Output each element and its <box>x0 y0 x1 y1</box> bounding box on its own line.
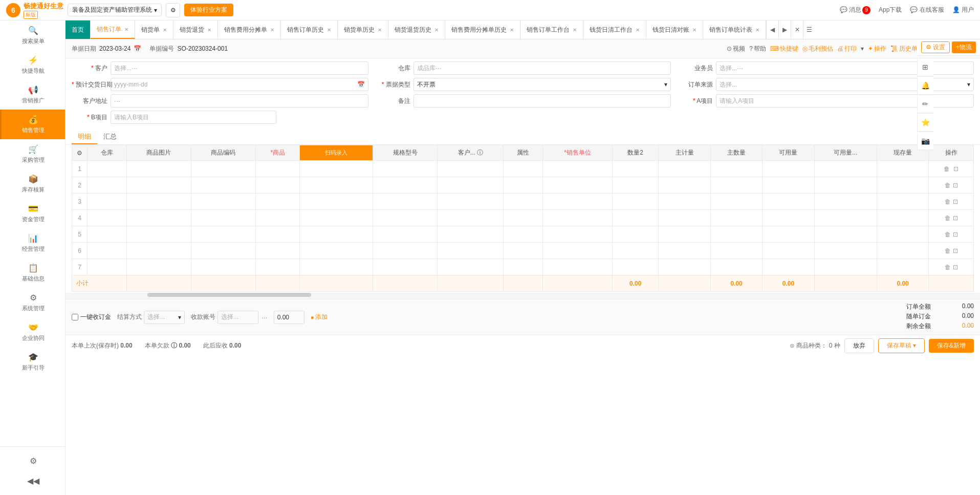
help-btn[interactable]: ? 帮助 <box>749 45 766 53</box>
row4-delete-icon[interactable]: 🗑 <box>945 214 951 222</box>
th-main-unit[interactable]: 主计量 <box>659 145 710 161</box>
scan-btn[interactable]: 扫码录入 <box>322 148 351 158</box>
th-product-name[interactable]: *商品 <box>256 145 300 161</box>
payment-dropdown-icon[interactable]: ▾ <box>178 314 181 321</box>
th-available-qty2[interactable]: 可用量... <box>814 145 877 161</box>
row1-qty2[interactable] <box>613 161 659 177</box>
sidebar-item-quicknav[interactable]: ⚡ 快捷导航 <box>0 50 65 80</box>
save-draft-dropdown-icon[interactable]: ▾ <box>913 342 916 349</box>
account-expand-icon[interactable]: ··· <box>262 313 268 321</box>
tab-sales-order-close-icon[interactable]: ✕ <box>124 27 128 32</box>
row1-delete-icon[interactable]: 🗑 <box>944 165 950 173</box>
tab-reconcile-close-icon[interactable]: ✕ <box>692 27 696 33</box>
row1-customer-code[interactable] <box>438 161 504 177</box>
row1-spec[interactable] <box>373 161 438 177</box>
tab-stats-close-icon[interactable]: ✕ <box>755 27 759 33</box>
staff-expand-icon[interactable]: ··· <box>737 64 743 72</box>
video-btn[interactable]: ⊙ 视频 <box>727 45 745 53</box>
row1-available-qty[interactable] <box>763 161 814 177</box>
th-available-qty[interactable]: 可用量 <box>763 145 814 161</box>
tab-home[interactable]: 首页 <box>66 20 91 39</box>
tab-sales-return-close-icon[interactable]: ✕ <box>207 27 211 33</box>
online-service-link[interactable]: 💬 在线客服 <box>910 6 944 14</box>
industry-solution-button[interactable]: 体验行业方案 <box>184 4 233 16</box>
payment-amount-input[interactable]: 0.00 <box>274 311 304 324</box>
date-value[interactable]: 2023-03-24 <box>99 45 130 52</box>
tab-daily-workbench-close-icon[interactable]: ✕ <box>636 27 640 33</box>
sidebar-item-search[interactable]: 🔍 搜索菜单 <box>0 20 65 50</box>
th-product-image[interactable]: 商品图片 <box>126 145 191 161</box>
th-spec[interactable]: 规格型号 <box>373 145 438 161</box>
tab-menu-btn[interactable]: ☰ <box>803 20 815 39</box>
tab-prev-btn[interactable]: ◀ <box>766 20 778 39</box>
tab-sales-order-history-close-icon[interactable]: ✕ <box>327 27 331 33</box>
tab-stats[interactable]: 销售订单统计表 ✕ <box>703 20 766 39</box>
settings-button[interactable]: ⚙ 设置 <box>921 41 950 53</box>
th-warehouse[interactable]: 仓库 <box>88 145 127 161</box>
side-grid-icon[interactable]: ⊞ <box>917 58 933 76</box>
table-scrollbar[interactable] <box>66 293 980 299</box>
th-main-qty[interactable]: 主数量 <box>710 145 762 161</box>
tab-sales-order[interactable]: 销售订单 ✕ <box>91 20 135 39</box>
row5-delete-icon[interactable]: 🗑 <box>945 231 951 238</box>
row1-main-unit[interactable] <box>659 161 710 177</box>
operation-btn[interactable]: ✦ 操作 <box>868 45 886 53</box>
th-settings[interactable]: ⚙ <box>72 145 88 161</box>
tab-return-history[interactable]: 销货退货历史 ✕ <box>388 20 445 39</box>
row1-attributes[interactable] <box>504 161 543 177</box>
row3-delete-icon[interactable]: 🗑 <box>945 198 951 205</box>
row1-copy-icon[interactable]: ⊡ <box>953 165 959 173</box>
tab-sales-expense[interactable]: 销售费用分摊单 ✕ <box>218 20 281 39</box>
invoice-type-select[interactable]: 不开票 ▾ <box>413 78 671 91</box>
discard-button[interactable]: 放弃 <box>844 338 874 353</box>
account-select[interactable]: 选择... <box>217 311 258 324</box>
tab-sales-invoice-close-icon[interactable]: ✕ <box>163 27 167 33</box>
calendar-icon[interactable]: 📅 <box>134 45 141 52</box>
row1-sales-unit[interactable] <box>543 161 613 177</box>
one-click-checkout-checkbox[interactable]: 一键收订金 <box>72 313 111 321</box>
one-click-checkbox-input[interactable] <box>72 314 78 320</box>
row2-delete-icon[interactable]: 🗑 <box>945 182 951 189</box>
date-picker-icon[interactable]: 📅 <box>357 81 365 88</box>
tab-detail[interactable]: 明细 <box>72 130 97 144</box>
tab-order-workbench[interactable]: 销售订单工作台 ✕ <box>520 20 583 39</box>
side-bell-icon[interactable]: 🔔 <box>917 76 933 95</box>
add-material-button[interactable]: +物流 <box>952 41 976 53</box>
tab-summary[interactable]: 汇总 <box>97 130 123 144</box>
row7-delete-icon[interactable]: 🗑 <box>945 264 951 271</box>
save-draft-button[interactable]: 保存草稿 ▾ <box>878 338 925 353</box>
customer-expand-icon[interactable]: ··· <box>132 64 138 72</box>
row1-current-qty[interactable] <box>877 161 928 177</box>
sidebar-item-marketing[interactable]: 📢 营销推广 <box>0 80 65 110</box>
dropdown-arrow-print-icon[interactable]: ▾ <box>861 45 864 52</box>
row4-copy-icon[interactable]: ⊡ <box>953 214 958 222</box>
row1-scan[interactable] <box>300 161 373 177</box>
sidebar-settings-btn[interactable]: ⚙ <box>0 451 65 471</box>
row6-delete-icon[interactable]: 🗑 <box>945 247 951 254</box>
tab-expense-history-close-icon[interactable]: ✕ <box>510 27 514 33</box>
remarks-input[interactable] <box>413 94 671 107</box>
sidebar-item-sales[interactable]: 💰 销售管理 <box>0 110 65 139</box>
side-edit-icon[interactable]: ✏ <box>917 95 933 113</box>
tab-sales-invoice[interactable]: 销货单 ✕ <box>135 20 173 39</box>
delivery-date-input[interactable]: yyyy-mm-dd 📅 <box>111 78 368 91</box>
sidebar-item-enterprise[interactable]: 🤝 企业协同 <box>0 317 65 347</box>
warehouse-expand-icon[interactable]: ··· <box>435 64 442 72</box>
sidebar-item-system[interactable]: ⚙ 系统管理 <box>0 288 65 317</box>
tab-reconcile[interactable]: 钱货日清对账 ✕ <box>646 20 703 39</box>
row1-main-qty[interactable] <box>710 161 762 177</box>
th-scan[interactable]: 扫码录入 <box>300 145 373 161</box>
sidebar-item-tutorial[interactable]: 🎓 新手引导 <box>0 347 65 377</box>
side-camera-icon[interactable]: 📷 <box>917 132 933 150</box>
print-btn[interactable]: 🖨 打印 <box>837 45 857 53</box>
tab-expense-history[interactable]: 销售费用分摊单历史 ✕ <box>445 20 520 39</box>
row3-copy-icon[interactable]: ⊡ <box>953 198 958 205</box>
th-product-code[interactable]: 商品编码 <box>191 145 255 161</box>
row5-copy-icon[interactable]: ⊡ <box>953 231 958 238</box>
address-expand-icon[interactable]: ··· <box>114 97 120 105</box>
address-input[interactable]: ··· <box>111 94 368 107</box>
row6-copy-icon[interactable]: ⊡ <box>953 247 958 254</box>
row2-copy-icon[interactable]: ⊡ <box>953 182 958 189</box>
b-project-input[interactable]: 请输入B项目 <box>111 111 276 124</box>
row1-product[interactable] <box>256 161 300 177</box>
